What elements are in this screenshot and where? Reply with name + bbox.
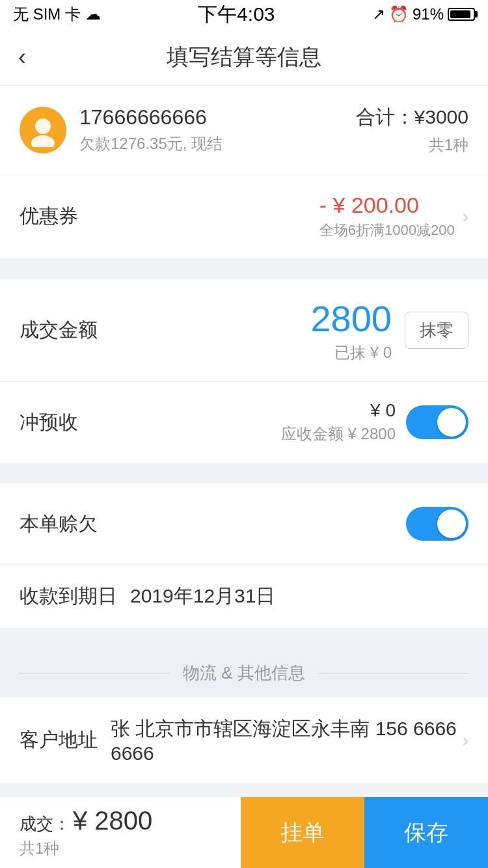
address-row[interactable]: 客户地址 张 北京市市辖区海淀区永丰南 156 6666 6666 › (0, 698, 488, 783)
address-value: 张 北京市市辖区海淀区永丰南 156 6666 6666 (111, 716, 463, 765)
customer-debt: 欠款1276.35元, 现结 (79, 133, 223, 154)
battery-icon (448, 8, 475, 21)
address-card: 客户地址 张 北京市市辖区海淀区永丰南 156 6666 6666 › (0, 698, 488, 783)
customer-row: 17666666666 欠款1276.35元, 现结 合计：¥3000 共1种 (0, 86, 488, 174)
amount-label: 成交金额 (20, 317, 98, 344)
customer-phone: 17666666666 (79, 105, 223, 129)
sim-label: 无 SIM 卡 ☁ (13, 4, 101, 25)
svg-point-0 (35, 118, 51, 134)
coupon-amount: - ¥ 200.00 (319, 193, 455, 218)
amount-row: 成交金额 2800 已抹 ¥ 0 抹零 (0, 279, 488, 381)
footer-count: 共1种 (20, 838, 221, 859)
round-button[interactable]: 抹零 (405, 312, 468, 349)
prepaid-toggle[interactable] (406, 405, 468, 439)
coupon-label: 优惠券 (20, 203, 78, 230)
duedate-value: 2019年12月31日 (130, 583, 275, 610)
address-label: 客户地址 (20, 727, 98, 753)
divider-line-right (318, 673, 468, 673)
status-left: 无 SIM 卡 ☁ (13, 4, 101, 25)
logistics-header-text: 物流 & 其他信息 (183, 662, 305, 685)
duedate-row: 收款到期日 2019年12月31日 (0, 564, 488, 628)
logistics-section-header: 物流 & 其他信息 (0, 649, 488, 698)
credit-toggle[interactable] (406, 507, 468, 541)
customer-info: 17666666666 欠款1276.35元, 现结 (79, 105, 223, 154)
prepaid-right: ¥ 0 应收金额 ¥ 2800 (281, 400, 468, 444)
address-chevron-icon: › (463, 730, 468, 751)
duedate-label: 收款到期日 (20, 583, 117, 610)
coupon-info: - ¥ 200.00 全场6折满1000减200 (319, 193, 455, 240)
location-icon: ↗ (372, 5, 385, 23)
section-divider-2 (0, 473, 488, 483)
status-right: ↗ ⏰ 91% (372, 5, 475, 23)
svg-point-1 (31, 135, 55, 147)
status-bar: 无 SIM 卡 ☁ 下午4:03 ↗ ⏰ 91% (0, 0, 488, 29)
credit-row: 本单赊欠 (0, 483, 488, 564)
credit-label: 本单赊欠 (20, 511, 98, 537)
section-divider-3 (0, 638, 488, 649)
chevron-right-icon: › (463, 206, 468, 227)
amount-sub: 已抹 ¥ 0 (310, 342, 392, 363)
coupon-right: - ¥ 200.00 全场6折满1000减200 › (319, 193, 468, 240)
prepaid-row: 冲预收 ¥ 0 应收金额 ¥ 2800 (0, 381, 488, 463)
amount-group: 2800 已抹 ¥ 0 (310, 297, 392, 363)
customer-count: 共1种 (356, 135, 468, 156)
customer-right: 合计：¥3000 共1种 (356, 104, 468, 156)
customer-left: 17666666666 欠款1276.35元, 现结 (20, 105, 223, 154)
footer-info: 成交： ¥ 2800 共1种 (0, 806, 241, 859)
customer-card: 17666666666 欠款1276.35元, 现结 合计：¥3000 共1种 … (0, 86, 488, 258)
footer-amount: ¥ 2800 (73, 806, 152, 835)
alarm-icon: ⏰ (389, 5, 409, 23)
battery-label: 91% (413, 5, 444, 23)
save-button[interactable]: 保存 (364, 797, 488, 869)
hold-button[interactable]: 挂单 (241, 797, 364, 869)
amount-value: 2800 (310, 297, 392, 340)
page-title: 填写结算等信息 (167, 42, 321, 72)
coupon-row[interactable]: 优惠券 - ¥ 200.00 全场6折满1000减200 › (0, 174, 488, 258)
section-divider-1 (0, 269, 488, 279)
prepaid-value-group: ¥ 0 应收金额 ¥ 2800 (281, 400, 396, 444)
status-time: 下午4:03 (198, 1, 275, 28)
transaction-card: 成交金额 2800 已抹 ¥ 0 抹零 冲预收 ¥ 0 应收金额 ¥ 2800 (0, 279, 488, 463)
credit-toggle-knob (437, 509, 466, 538)
toggle-knob (437, 408, 466, 437)
credit-card: 本单赊欠 收款到期日 2019年12月31日 (0, 483, 488, 628)
prepaid-label: 冲预收 (20, 409, 78, 436)
prepaid-sub: 应收金额 ¥ 2800 (281, 424, 396, 444)
coupon-desc: 全场6折满1000减200 (319, 221, 455, 240)
header: ‹ 填写结算等信息 (0, 29, 488, 86)
amount-right: 2800 已抹 ¥ 0 抹零 (310, 297, 468, 363)
prepaid-value: ¥ 0 (281, 400, 396, 421)
footer: 成交： ¥ 2800 共1种 挂单 保存 (0, 796, 488, 868)
avatar (20, 107, 66, 154)
divider-line-left (20, 673, 170, 673)
footer-deal-label: 成交： (20, 813, 70, 835)
back-button[interactable]: ‹ (18, 44, 26, 71)
customer-total: 合计：¥3000 (356, 104, 468, 131)
